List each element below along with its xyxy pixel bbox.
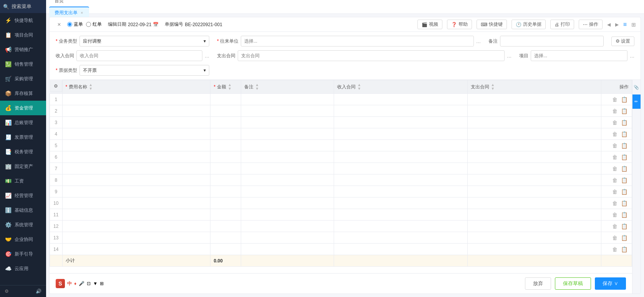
tab-0[interactable]: 首页 xyxy=(49,0,89,7)
row-income-contract[interactable] xyxy=(334,197,468,209)
row-expense-name[interactable] xyxy=(62,105,210,117)
expense-contract-dots[interactable]: ... xyxy=(507,53,512,59)
copy-row-btn[interactable]: 📋 xyxy=(620,222,629,230)
copy-row-btn[interactable]: 📋 xyxy=(620,176,629,184)
row-income-contract[interactable] xyxy=(334,117,468,128)
sidebar-item-enterprise[interactable]: 🤝企业协同 xyxy=(0,232,46,247)
row-income-contract[interactable] xyxy=(334,151,468,163)
delete-row-btn[interactable]: 🗑 xyxy=(611,246,619,253)
row-income-contract[interactable] xyxy=(334,232,468,244)
row-expense-contract[interactable] xyxy=(468,128,601,140)
row-expense-contract[interactable] xyxy=(468,232,601,244)
row-expense-name[interactable] xyxy=(62,140,210,151)
tab-close-1[interactable]: × xyxy=(80,10,84,16)
project-input[interactable] xyxy=(531,50,627,61)
sidebar-item-sales[interactable]: 💹销售管理 xyxy=(0,57,46,71)
row-amount[interactable] xyxy=(210,221,241,232)
row-expense-contract[interactable] xyxy=(468,244,601,255)
row-expense-contract[interactable] xyxy=(468,151,601,163)
print-btn[interactable]: 🖨 打印 xyxy=(550,20,574,29)
copy-row-btn[interactable]: 📋 xyxy=(620,142,629,149)
row-remark[interactable] xyxy=(241,221,334,232)
income-contract-input[interactable] xyxy=(76,50,202,61)
row-expense-name[interactable] xyxy=(62,221,210,232)
doc-close-button[interactable]: ✕ xyxy=(57,22,61,27)
row-expense-contract[interactable] xyxy=(468,174,601,186)
row-income-contract[interactable] xyxy=(334,221,468,232)
delete-row-btn[interactable]: 🗑 xyxy=(611,222,619,230)
sidebar-item-system[interactable]: ⚙️系统管理 xyxy=(0,217,46,232)
copy-row-btn[interactable]: 📋 xyxy=(620,107,629,115)
counterpart-input[interactable] xyxy=(241,36,474,46)
view-list-btn[interactable]: ≡ xyxy=(623,21,627,28)
sidebar-item-inventory[interactable]: 📦库存核算 xyxy=(0,86,46,101)
copy-row-btn[interactable]: 📋 xyxy=(620,246,629,253)
row-expense-name[interactable] xyxy=(62,174,210,186)
side-tab-edit[interactable]: ✏ xyxy=(632,95,641,109)
save-draft-button[interactable]: 保存草稿 xyxy=(555,277,591,290)
row-expense-name[interactable] xyxy=(62,163,210,174)
row-expense-name[interactable] xyxy=(62,94,210,105)
row-remark[interactable] xyxy=(241,105,334,117)
row-expense-contract[interactable] xyxy=(468,221,601,232)
sidebar-item-purchase[interactable]: 🛒采购管理 xyxy=(0,71,46,86)
side-tab-attachment[interactable]: 📎 xyxy=(632,80,641,95)
copy-row-btn[interactable]: 📋 xyxy=(620,153,629,161)
project-dots[interactable]: ... xyxy=(630,53,634,59)
view-grid-btn[interactable]: ⊞ xyxy=(631,22,636,28)
settings-btn[interactable]: ⚙ 设置 xyxy=(611,37,634,46)
sidebar-item-marketing[interactable]: 📢营销推广 xyxy=(0,42,46,57)
delete-row-btn[interactable]: 🗑 xyxy=(611,119,619,126)
row-expense-name[interactable] xyxy=(62,209,210,221)
sidebar-item-quick-nav[interactable]: ⚡快捷导航 xyxy=(0,13,46,28)
row-remark[interactable] xyxy=(241,197,334,209)
row-expense-contract[interactable] xyxy=(468,140,601,151)
row-income-contract[interactable] xyxy=(334,140,468,151)
more-actions-btn[interactable]: ⋯ 操作 xyxy=(579,20,603,29)
copy-row-btn[interactable]: 📋 xyxy=(620,119,629,126)
help-btn[interactable]: ❓ 帮助 xyxy=(447,20,472,29)
row-amount[interactable] xyxy=(210,151,241,163)
row-expense-contract[interactable] xyxy=(468,105,601,117)
delete-row-btn[interactable]: 🗑 xyxy=(611,96,619,103)
row-income-contract[interactable] xyxy=(334,105,468,117)
row-expense-contract[interactable] xyxy=(468,117,601,128)
copy-row-btn[interactable]: 📋 xyxy=(620,130,629,138)
row-expense-name[interactable] xyxy=(62,117,210,128)
settings-icon[interactable]: ⚙ xyxy=(5,289,9,294)
sidebar-search[interactable]: 🔍 搜索菜单 xyxy=(0,0,46,13)
row-amount[interactable] xyxy=(210,163,241,174)
row-expense-name[interactable] xyxy=(62,151,210,163)
tab-1[interactable]: 费用支出单× xyxy=(49,7,89,18)
delete-row-btn[interactable]: 🗑 xyxy=(611,234,619,242)
row-income-contract[interactable] xyxy=(334,94,468,105)
row-income-contract[interactable] xyxy=(334,128,468,140)
row-amount[interactable] xyxy=(210,244,241,255)
row-amount[interactable] xyxy=(210,197,241,209)
sidebar-item-payroll[interactable]: 💵工资 xyxy=(0,174,46,188)
delete-row-btn[interactable]: 🗑 xyxy=(611,165,619,173)
row-amount[interactable] xyxy=(210,105,241,117)
row-amount[interactable] xyxy=(210,174,241,186)
save-button[interactable]: 保存 ∨ xyxy=(595,277,626,290)
row-remark[interactable] xyxy=(241,232,334,244)
row-amount[interactable] xyxy=(210,117,241,128)
delete-row-btn[interactable]: 🗑 xyxy=(611,153,619,161)
sidebar-item-basic-info[interactable]: ℹ️基础信息 xyxy=(0,203,46,217)
row-remark[interactable] xyxy=(241,140,334,151)
sidebar-item-cloud-apps[interactable]: ☁️云应用 xyxy=(0,261,46,276)
sidebar-item-finance[interactable]: 💰资金管理 xyxy=(0,101,46,115)
sidebar-item-fixed-assets[interactable]: 🏢固定资产 xyxy=(0,159,46,174)
sidebar-item-invoice[interactable]: 🧾发票管理 xyxy=(0,130,46,144)
row-remark[interactable] xyxy=(241,117,334,128)
expense-contract-input[interactable] xyxy=(238,50,505,61)
row-remark[interactable] xyxy=(241,209,334,221)
row-expense-name[interactable] xyxy=(62,197,210,209)
row-expense-contract[interactable] xyxy=(468,186,601,197)
audio-icon[interactable]: 🔊 xyxy=(36,289,41,294)
copy-row-btn[interactable]: 📋 xyxy=(620,199,629,207)
delete-row-btn[interactable]: 🗑 xyxy=(611,107,619,115)
sidebar-item-new-guide[interactable]: 🎯新手引导 xyxy=(0,247,46,261)
row-remark[interactable] xyxy=(241,128,334,140)
row-expense-contract[interactable] xyxy=(468,163,601,174)
